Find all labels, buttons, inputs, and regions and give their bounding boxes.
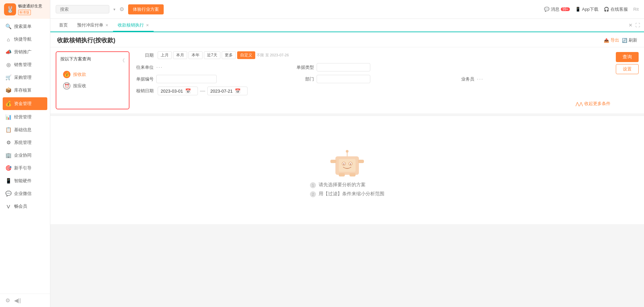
topbar-search-input[interactable]: [56, 5, 109, 13]
svg-rect-10: [339, 173, 345, 176]
svg-point-5: [350, 163, 351, 165]
filter-option-by-receivable[interactable]: ⏰ 按应收: [60, 80, 125, 92]
tab-home-label: 首页: [59, 22, 68, 28]
sidebar-item-label: 经营管理: [14, 114, 32, 120]
export-label: 导出: [610, 37, 619, 43]
doc-num-filter: 单据编号: [135, 75, 290, 83]
filter-option-by-collection[interactable]: 💰 按收款: [60, 69, 125, 80]
topbar-gear-icon[interactable]: ⚙: [119, 6, 124, 12]
search-menu-icon: 🔍: [5, 23, 11, 30]
verify-date-label: 核销日期: [135, 88, 154, 94]
doc-type-select[interactable]: [317, 63, 370, 71]
tabbar: 首页 预付冲应付单 ✕ 收款核销执行 ✕ ✕ ⛶: [50, 19, 644, 32]
sidebar-item-sales[interactable]: ◎ 销售管理: [0, 58, 50, 71]
topbar-actions: 💬 消息 99+ 📱 App下载 🎧 在线客服 Rit: [544, 6, 639, 12]
sidebar-bottom: ⚙ ◀||: [0, 294, 50, 307]
setting-button[interactable]: 设置: [616, 64, 639, 74]
filter-scheme-title: 按以下方案查询: [60, 56, 91, 62]
empty-tips: 1 请先选择要分析的方案 2 用【过滤】条件来缩小分析范围: [310, 182, 384, 197]
staff-dots[interactable]: ···: [477, 76, 483, 82]
partner-dots[interactable]: ···: [156, 64, 163, 70]
date-btn-prev-month[interactable]: 上月: [158, 51, 172, 59]
sidebar-item-hardware[interactable]: 📱 智能硬件: [0, 174, 50, 187]
query-button[interactable]: 查询: [616, 52, 639, 62]
solution-button[interactable]: 体验行业方案: [128, 4, 164, 14]
date-btn-custom[interactable]: 自定义: [237, 51, 255, 59]
hardware-icon: 📱: [5, 178, 11, 184]
headset-icon: 🎧: [604, 7, 609, 12]
dept-label: 部门: [295, 76, 314, 82]
date-btn-7days[interactable]: 近7天: [204, 51, 220, 59]
verify-date-end-value: 2023-07-21: [210, 89, 233, 94]
expand-window-icon[interactable]: ⛶: [635, 22, 640, 28]
sidebar-item-enterprise[interactable]: 🏢 企业协同: [0, 149, 50, 162]
tab-home[interactable]: 首页: [54, 19, 72, 32]
settings-icon[interactable]: ⚙: [5, 297, 10, 304]
svg-rect-11: [350, 173, 356, 176]
close-window-icon[interactable]: ✕: [629, 22, 633, 28]
tab-collection[interactable]: 收款核销执行 ✕: [113, 19, 154, 32]
filter-collapse-icon[interactable]: 《: [120, 58, 125, 64]
sidebar-item-wechat[interactable]: 💬 企业微信: [0, 187, 50, 200]
svg-point-7: [346, 150, 348, 153]
quick-nav-icon: ⌂: [5, 37, 11, 42]
sidebar-item-basic-info[interactable]: 📋 基础信息: [0, 123, 50, 136]
date-label: 日期: [135, 52, 154, 58]
refresh-button[interactable]: 🔄 刷新: [622, 37, 637, 43]
receivable-option-label: 按应收: [73, 83, 86, 89]
date-btn-this-month[interactable]: 本月: [173, 51, 187, 59]
sidebar-item-search-menu[interactable]: 🔍 搜索菜单: [0, 20, 50, 33]
tab-prepay-close-icon[interactable]: ✕: [105, 23, 108, 28]
svg-point-4: [343, 163, 344, 165]
sidebar-item-label: 畅会员: [14, 203, 27, 209]
sidebar-item-label: 企业协同: [14, 152, 32, 158]
verify-date-end-input[interactable]: 2023-07-21 📅: [207, 87, 248, 95]
collection-option-label: 按收款: [73, 71, 86, 78]
sidebar-item-guide[interactable]: 🎯 新手引导: [0, 162, 50, 174]
doc-type-filter: 单据类型: [295, 63, 450, 71]
collapse-up-icon: ⋀⋀: [576, 101, 583, 106]
export-button[interactable]: 📤 导出: [604, 37, 619, 43]
date-btn-this-year[interactable]: 本年: [189, 51, 203, 59]
sidebar: 🐰 畅捷通好生意 标准版 🔍 搜索菜单 ⌂ 快捷导航 📣 营销推广 ◎ 销售管理…: [0, 0, 50, 307]
filter-date-row: 日期 上月 本月 本年 近7天 更多 自定义 不限 至 2023-07-26: [135, 51, 610, 59]
partner-label: 往来单位: [135, 64, 154, 70]
inventory-icon: 📦: [5, 87, 11, 93]
sidebar-item-member[interactable]: V 畅会员: [0, 200, 50, 213]
dept-filter: 部门: [295, 75, 450, 83]
sidebar-item-inventory[interactable]: 📦 库存核算: [0, 84, 50, 97]
app-download-label: App下载: [582, 6, 598, 12]
empty-state: 1 请先选择要分析的方案 2 用【过滤】条件来缩小分析范围: [50, 116, 644, 224]
tab-prepay[interactable]: 预付冲应付单 ✕: [72, 19, 113, 32]
app-edition: 标准版: [18, 10, 31, 15]
sidebar-item-system[interactable]: ⚙ 系统管理: [0, 136, 50, 149]
sidebar-item-label: 智能硬件: [14, 178, 32, 184]
filter-scheme-panel: 按以下方案查询 《 💰 按收款 ⏰ 按应收: [56, 51, 129, 109]
calendar-end-icon: 📅: [235, 88, 240, 94]
collapse-label: 收起更多条件: [584, 101, 610, 107]
collapse-sidebar-icon[interactable]: ◀||: [14, 297, 21, 304]
filter-collapse-btn[interactable]: ⋀⋀ 收起更多条件: [135, 99, 610, 109]
tab-collection-close-icon[interactable]: ✕: [146, 23, 149, 28]
date-btn-more[interactable]: 更多: [222, 51, 236, 59]
dept-select[interactable]: [317, 75, 370, 83]
main-area: ▾ ⚙ 体验行业方案 💬 消息 99+ 📱 App下载 🎧 在线客服 Rit 首…: [50, 0, 644, 307]
filter-right-panel: 日期 上月 本月 本年 近7天 更多 自定义 不限 至 2023-07-26: [135, 51, 639, 109]
sidebar-item-purchase[interactable]: 🛒 采购管理: [0, 71, 50, 84]
message-action[interactable]: 💬 消息 99+: [544, 6, 570, 12]
sidebar-item-label: 资金管理: [14, 101, 32, 107]
doc-num-input[interactable]: [156, 75, 217, 83]
sidebar-item-finance[interactable]: 💰 资金管理: [3, 97, 47, 110]
refresh-icon: 🔄: [622, 38, 627, 43]
online-service-action[interactable]: 🎧 在线客服: [604, 6, 628, 12]
app-download-action[interactable]: 📱 App下载: [575, 6, 598, 12]
sidebar-item-operations[interactable]: 📊 经营管理: [0, 111, 50, 123]
refresh-label: 刷新: [629, 37, 637, 43]
sidebar-item-marketing[interactable]: 📣 营销推广: [0, 46, 50, 58]
sidebar-item-label: 营销推广: [14, 49, 32, 55]
sidebar-item-quick-nav[interactable]: ⌂ 快捷导航: [0, 33, 50, 46]
operations-icon: 📊: [5, 114, 11, 120]
verify-date-start-input[interactable]: 2023-03-01 📅: [158, 87, 198, 95]
sidebar-item-label: 快捷导航: [14, 36, 32, 42]
sidebar-item-label: 新手引导: [14, 165, 32, 171]
